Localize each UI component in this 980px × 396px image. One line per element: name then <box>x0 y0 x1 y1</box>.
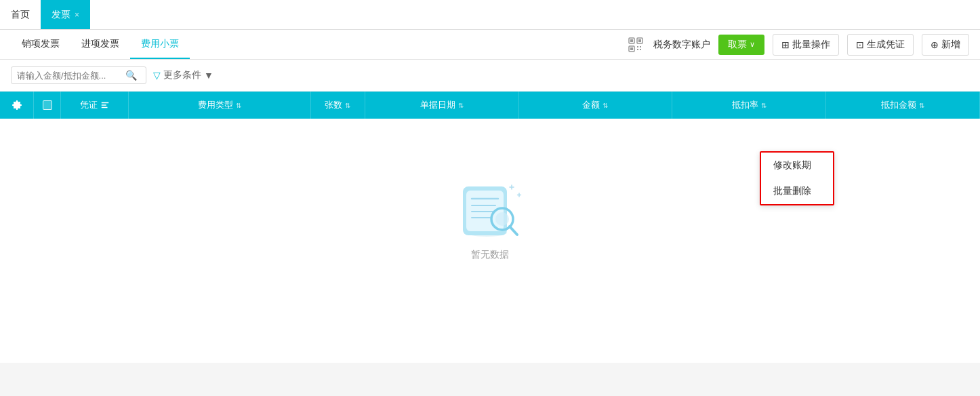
sort-amount-icon[interactable]: ⇅ <box>603 102 608 109</box>
generate-label: 生成凭证 <box>867 39 905 51</box>
sort-deduct-amount-icon[interactable]: ⇅ <box>919 102 924 109</box>
add-button[interactable]: ⊕ 新增 <box>922 34 969 56</box>
more-filter-label: 更多条件 <box>163 69 201 81</box>
empty-text: 暂无数据 <box>471 249 509 261</box>
select-all-checkbox[interactable] <box>43 100 52 110</box>
search-icon[interactable]: 🔍 <box>125 70 137 81</box>
home-link[interactable]: 首页 <box>0 0 41 29</box>
top-nav: 首页 发票 × <box>0 0 980 30</box>
dropdown-item-delete[interactable]: 批量删除 <box>761 178 833 204</box>
svg-point-18 <box>495 212 509 226</box>
qrcode-icon[interactable] <box>626 35 645 54</box>
svg-rect-1 <box>630 39 633 42</box>
add-label: 新增 <box>941 39 960 51</box>
svg-rect-5 <box>630 47 633 50</box>
sort-count-icon[interactable]: ⇅ <box>345 102 350 109</box>
svg-rect-3 <box>638 39 641 42</box>
col-date-label: 单据日期 <box>420 99 455 111</box>
batch-button[interactable]: ⊞ 批量操作 <box>773 34 839 56</box>
table-header: 凭证 费用类型 ⇅ 张数 ⇅ 单据日期 ⇅ 金额 ⇅ 抵扣率 ⇅ 抵扣金额 ⇅ <box>0 92 980 119</box>
tab-jin[interactable]: 进项发票 <box>70 30 130 59</box>
col-expense-type-label: 费用类型 <box>198 99 233 111</box>
search-wrapper: 🔍 <box>11 66 146 84</box>
generate-icon: ⊡ <box>856 39 864 50</box>
sub-nav-tabs: 销项发票 进项发票 费用小票 <box>11 30 190 59</box>
svg-rect-9 <box>640 49 641 50</box>
tab-fei[interactable]: 费用小票 <box>130 30 190 59</box>
sub-nav: 销项发票 进项发票 费用小票 税务数字账户 取票 ∨ ⊞ <box>0 30 980 60</box>
sort-date-icon[interactable]: ⇅ <box>458 102 464 109</box>
col-deduct-amount-label: 抵扣金额 <box>881 99 916 111</box>
col-settings[interactable] <box>0 92 34 119</box>
col-count: 张数 ⇅ <box>311 92 365 119</box>
quepiao-arrow-icon: ∨ <box>750 40 755 49</box>
batch-dropdown-menu: 修改账期 批量删除 <box>760 151 834 205</box>
col-voucher-label: 凭证 <box>80 99 98 111</box>
more-filter-arrow-icon: ▼ <box>204 70 213 81</box>
col-expense-type: 费用类型 ⇅ <box>129 92 311 119</box>
batch-label: 批量操作 <box>792 39 830 51</box>
sort-expense-type-icon[interactable]: ⇅ <box>236 102 241 109</box>
filter-icon: ▽ <box>153 70 161 81</box>
col-deduct-rate-label: 抵扣率 <box>732 99 758 111</box>
batch-icon: ⊞ <box>781 39 790 50</box>
col-deduct-rate: 抵扣率 ⇅ <box>672 92 826 119</box>
col-voucher: 凭证 <box>61 92 129 119</box>
col-amount: 金额 ⇅ <box>519 92 673 119</box>
svg-rect-6 <box>637 46 638 47</box>
svg-rect-8 <box>637 49 638 50</box>
col-deduct-amount: 抵扣金额 ⇅ <box>826 92 980 119</box>
col-date: 单据日期 ⇅ <box>365 92 519 119</box>
filter-bar: 🔍 ▽ 更多条件 ▼ <box>0 60 980 92</box>
active-tab[interactable]: 发票 × <box>41 0 90 29</box>
add-icon: ⊕ <box>931 39 939 50</box>
tax-digital-label[interactable]: 税务数字账户 <box>653 39 710 51</box>
tab-xiao[interactable]: 销项发票 <box>11 30 70 59</box>
svg-line-19 <box>510 226 517 235</box>
col-count-label: 张数 <box>325 99 342 111</box>
quepiao-label: 取票 <box>728 39 747 51</box>
svg-rect-7 <box>640 46 641 47</box>
generate-voucher-button[interactable]: ⊡ 生成凭证 <box>847 34 914 56</box>
col-checkbox[interactable] <box>34 92 61 119</box>
sort-deduct-rate-icon[interactable]: ⇅ <box>761 102 767 109</box>
tab-label: 发票 <box>52 9 70 21</box>
more-filter-button[interactable]: ▽ 更多条件 ▼ <box>153 69 213 81</box>
tab-close-button[interactable]: × <box>75 10 79 20</box>
col-amount-label: 金额 <box>582 99 600 111</box>
sub-nav-actions: 税务数字账户 取票 ∨ ⊞ 批量操作 ⊡ 生成凭证 ⊕ 新增 <box>626 34 969 56</box>
dropdown-item-modify[interactable]: 修改账期 <box>761 153 833 178</box>
search-input[interactable] <box>17 71 125 81</box>
content-area: 凭证 费用类型 ⇅ 张数 ⇅ 单据日期 ⇅ 金额 ⇅ 抵扣率 ⇅ 抵扣金额 ⇅ <box>0 92 980 363</box>
quepiao-button[interactable]: 取票 ∨ <box>718 35 764 55</box>
